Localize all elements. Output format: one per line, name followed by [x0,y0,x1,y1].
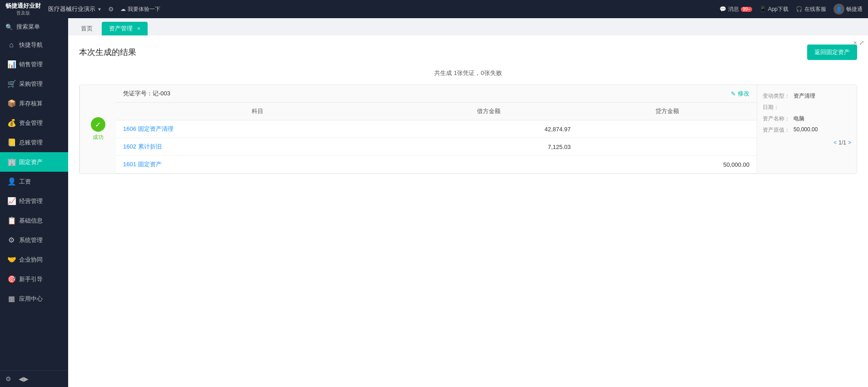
building-icon: 🏢 [7,158,15,166]
header-right: 💬 消息 99+ 📱 App下载 🎧 在线客服 👤 畅捷通 [719,4,863,15]
money-icon: 💰 [7,119,15,127]
sidebar-search[interactable]: 🔍 搜索菜单 [0,18,68,35]
info-change-type: 变动类型： 资产清理 [763,90,851,102]
sidebar-item-operations[interactable]: 📈 经营管理 [0,191,68,211]
sidebar-label-guide: 新手引导 [19,275,43,283]
search-label: 搜索菜单 [16,23,40,31]
sidebar-item-base-info[interactable]: 📋 基础信息 [0,211,68,230]
clipboard-icon: 📋 [7,216,15,225]
sidebar-label-system: 系统管理 [19,236,43,244]
info-asset-value: 资产原值： 50,000.00 [763,124,851,136]
panel-controls: × ⤢ [853,39,864,46]
sidebar-item-cooperation[interactable]: 🤝 企业协同 [0,250,68,269]
sidebar-label-purchase: 采购管理 [19,80,43,88]
tab-asset-management[interactable]: 资产管理 × [102,22,148,35]
sidebar-label-operations: 经营管理 [19,197,43,205]
panel-close-button[interactable]: × [853,39,857,46]
asset-value-value: 50,000.00 [794,126,818,134]
message-badge: 99+ [741,7,752,12]
company-settings-button[interactable]: ⚙ [105,5,117,14]
row1-subject: 1606 固定资产清理 [116,120,399,138]
app-download-action[interactable]: 📱 App下载 [759,5,789,13]
sidebar-item-quick-nav[interactable]: ⌂ 快捷导航 [0,35,68,55]
top-header: 畅捷通好业财 普及版 医疗器械行业演示 ▼ ⚙ ☁ 我要体验一下 💬 消息 99… [0,0,868,18]
tab-home[interactable]: 首页 [74,22,100,35]
tab-bar: 首页 资产管理 × [68,18,868,35]
trending-icon: 📈 [7,197,15,205]
col-header-subject: 科目 [116,103,399,120]
sidebar-label-fixed-assets: 固定资产 [19,158,43,166]
home-icon: ⌂ [7,41,15,49]
app-download-label: App下载 [768,5,789,13]
edit-label: 修改 [738,89,749,98]
company-selector[interactable]: 医疗器械行业演示 ▼ [48,5,102,13]
asset-name-value: 电脑 [794,115,804,123]
voucher-number: 凭证字号：记-003 [123,89,170,98]
avatar: 👤 [833,4,844,15]
sidebar-settings-button[interactable]: ⚙ [5,375,11,382]
logo-edition: 普及版 [16,10,30,16]
sidebar-item-payroll[interactable]: 👤 工资 [0,172,68,191]
row1-credit [578,120,757,138]
voucher-left: 凭证字号：记-003 ✎ 修改 科目 借方金额 贷方金额 [116,85,757,174]
online-service-label: 在线客服 [804,5,826,13]
voucher-edit-button[interactable]: ✎ 修改 [731,89,749,98]
sidebar-item-inventory[interactable]: 📦 库存核算 [0,94,68,113]
tab-close-icon[interactable]: × [137,25,141,32]
sidebar-item-system[interactable]: ⚙ 系统管理 [0,230,68,250]
edit-icon: ✎ [731,90,736,97]
online-service-action[interactable]: 🎧 在线客服 [796,5,826,13]
main-layout: 🔍 搜索菜单 ⌂ 快捷导航 📊 销售管理 🛒 采购管理 📦 库存核算 💰 资金管… [0,18,868,387]
sidebar-item-app-center[interactable]: ▦ 应用中心 [0,289,68,308]
chart-icon: 📊 [7,60,15,69]
content-area: 首页 资产管理 × × ⤢ 本次生成的结果 返回固定资产 共生成 1张凭证，0张… [68,18,868,387]
sidebar-item-purchase[interactable]: 🛒 采购管理 [0,74,68,94]
sidebar-bottom: ⚙ ◀▶ [0,370,68,387]
gear-icon: ⚙ [7,236,15,244]
success-text: 成功 [93,134,104,141]
row3-debit [399,156,578,174]
sidebar-item-guide[interactable]: 🎯 新手引导 [0,269,68,289]
panel-expand-button[interactable]: ⤢ [859,39,864,46]
info-asset-name: 资产名称： 电脑 [763,113,851,124]
logo-area: 畅捷通好业财 普及版 [5,2,41,16]
sidebar-label-payroll: 工资 [19,178,31,186]
page-title-row: 本次生成的结果 返回固定资产 [79,45,857,60]
tab-home-label: 首页 [81,25,93,32]
sidebar-item-ledger[interactable]: 📒 总账管理 [0,133,68,152]
success-icon: ✓ [91,117,105,132]
asset-name-label: 资产名称： [763,115,790,123]
grid-icon: ▦ [7,294,15,303]
sidebar-label-sales: 销售管理 [19,60,43,69]
sidebar-item-sales[interactable]: 📊 销售管理 [0,55,68,74]
message-icon: 💬 [719,6,726,12]
trial-button[interactable]: ☁ 我要体验一下 [120,5,160,13]
handshake-icon: 🤝 [7,255,15,264]
sidebar-label-ledger: 总账管理 [19,139,43,147]
prev-page-button[interactable]: < [833,139,837,146]
sidebar-label-app-center: 应用中心 [19,295,43,303]
next-page-button[interactable]: > [848,139,851,146]
sidebar-label-inventory: 库存核算 [19,99,43,108]
sidebar-item-fund[interactable]: 💰 资金管理 [0,113,68,133]
return-fixed-assets-button[interactable]: 返回固定资产 [807,45,857,60]
summary-text: 共生成 1张凭证，0张失败 [79,69,857,77]
row2-subject: 1602 累计折旧 [116,138,399,156]
voucher-card: ✓ 成功 凭证字号：记-003 ✎ 修改 [79,84,857,174]
message-action[interactable]: 💬 消息 99+ [719,5,752,13]
info-date: 日期： [763,102,851,113]
sidebar-label-fund: 资金管理 [19,119,43,127]
table-row: 1602 累计折旧 7,125.03 [116,138,757,156]
trial-label: 我要体验一下 [128,5,160,13]
sidebar-collapse-button[interactable]: ◀▶ [19,375,29,382]
headset-icon: 🎧 [796,6,803,12]
voucher-table: 科目 借方金额 贷方金额 1606 固定资产清理 42,874.97 [116,103,757,174]
box-icon: 📦 [7,99,15,108]
chevron-down-icon: ▼ [97,7,102,12]
message-label: 消息 [728,5,739,13]
phone-icon: 📱 [759,6,766,12]
row3-subject: 1601 固定资产 [116,156,399,174]
user-profile[interactable]: 👤 畅捷通 [833,4,863,15]
voucher-success-status: ✓ 成功 [79,85,116,174]
sidebar-item-fixed-assets[interactable]: 🏢 固定资产 [0,152,68,172]
